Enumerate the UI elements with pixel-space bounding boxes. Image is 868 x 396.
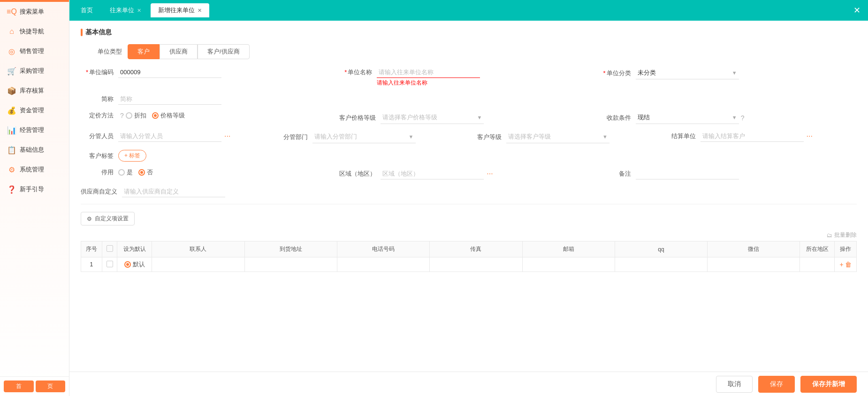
customer-price-level-select[interactable]: 请选择客户价格等级 ▼	[381, 111, 484, 124]
supplier-custom-input[interactable]	[122, 186, 225, 197]
disabled-yes-circle	[118, 169, 125, 176]
address-input[interactable]	[248, 261, 334, 268]
row-checkbox-box[interactable]	[107, 261, 113, 267]
tab-partner-close[interactable]: ✕	[137, 8, 141, 14]
sidebar-item-sales[interactable]: ◎ 销售管理	[0, 41, 69, 61]
customer-tag-label: 客户标签	[81, 152, 118, 160]
sidebar-item-operations[interactable]: 📊 经营管理	[0, 120, 69, 140]
settlement-unit-more-btn[interactable]: ···	[804, 132, 815, 140]
manager-input[interactable]	[118, 131, 221, 142]
sidebar-item-quick-nav[interactable]: ⌂ 快捷导航	[0, 22, 69, 41]
row-qq[interactable]	[615, 257, 707, 272]
save-new-button[interactable]: 保存并新增	[800, 376, 857, 393]
manager-more-btn[interactable]: ···	[221, 132, 233, 140]
add-tag-button[interactable]: + 标签	[118, 150, 146, 162]
pricing-radio-discount[interactable]: 折扣	[126, 111, 146, 120]
settlement-unit-input[interactable]	[700, 131, 804, 142]
select-all-checkbox[interactable]	[107, 245, 113, 252]
sidebar-item-basic-info[interactable]: 📋 基础信息	[0, 140, 69, 160]
customer-level-label: 客户等级	[469, 133, 506, 141]
row-wechat[interactable]	[708, 257, 800, 272]
tab-new-partner-close[interactable]: ✕	[198, 8, 202, 14]
unit-category-field: 单位分类 未分类 ▼	[598, 67, 857, 79]
sidebar-btn-2[interactable]: 页	[36, 380, 66, 392]
col-qq: qq	[615, 241, 707, 257]
manager-field: 分管人员 ···	[81, 131, 275, 142]
row-fax[interactable]	[430, 257, 522, 272]
row-delete-button[interactable]: 🗑	[845, 261, 852, 268]
pricing-method-label: 定价方法	[81, 111, 118, 120]
pricing-help-icon[interactable]: ?	[120, 112, 124, 119]
add-tag-label: + 标签	[124, 152, 140, 160]
tab-home-label: 首页	[81, 6, 93, 15]
radio-discount-circle	[126, 112, 132, 119]
tab-home[interactable]: 首页	[73, 3, 100, 17]
form-row-3: 定价方法 ? 折扣 价格等级 客户价格等级 请选择客户价格等级	[81, 111, 857, 124]
type-btn-supplier[interactable]: 供应商	[160, 44, 198, 59]
department-arrow-icon: ▼	[409, 134, 414, 140]
settlement-unit-label: 结算单位	[663, 132, 700, 140]
tab-new-partner[interactable]: 新增往来单位 ✕	[151, 3, 209, 17]
form-row-4: 分管人员 ··· 分管部门 请输入分管部门 ▼ 客户等级 请选择客户等级 ▼ 结…	[81, 131, 857, 143]
disabled-no-label: 否	[147, 168, 153, 177]
fax-input[interactable]	[433, 261, 519, 268]
customer-level-arrow-icon: ▼	[602, 134, 608, 140]
qq-input[interactable]	[618, 261, 704, 268]
sidebar-item-label: 库存核算	[20, 86, 44, 95]
sidebar-btn-1[interactable]: 首	[4, 380, 34, 392]
disabled-label: 停用	[81, 168, 118, 177]
email-input[interactable]	[525, 261, 612, 268]
row-default-radio[interactable]: 默认	[120, 260, 149, 269]
sidebar-item-inventory[interactable]: 📦 库存核算	[0, 81, 69, 101]
col-address: 到货地址	[244, 241, 337, 257]
row-address[interactable]	[244, 257, 337, 272]
type-btn-both[interactable]: 客户/供应商	[198, 44, 250, 59]
unit-category-label: 单位分类	[598, 69, 636, 78]
disabled-yes[interactable]: 是	[118, 168, 133, 177]
disabled-no[interactable]: 否	[138, 168, 153, 177]
remark-field: 备注	[598, 168, 857, 179]
custom-settings-button[interactable]: ⚙ 自定义项设置	[81, 212, 135, 225]
phone-input[interactable]	[340, 261, 426, 268]
short-name-input[interactable]	[118, 93, 221, 105]
region-more-btn[interactable]: ···	[484, 170, 495, 178]
sidebar-item-label: 搜索菜单	[20, 8, 44, 16]
payment-terms-help-icon[interactable]: ?	[741, 114, 745, 122]
sidebar-item-finance[interactable]: 💰 资金管理	[0, 101, 69, 120]
unit-code-input[interactable]	[118, 67, 221, 78]
remark-input[interactable]	[636, 168, 739, 179]
table-row: 1 默认	[81, 257, 857, 272]
batch-delete-btn[interactable]: 🗂 批量删除	[827, 231, 857, 239]
sidebar-item-purchase[interactable]: 🛒 采购管理	[0, 61, 69, 81]
customer-level-select[interactable]: 请选择客户等级 ▼	[506, 131, 609, 143]
col-fax: 传真	[430, 241, 522, 257]
form-row-1: 单位编码 单位名称 请输入往来单位名称 单位分类 未分类 ▼	[81, 67, 857, 87]
sidebar-item-label: 销售管理	[20, 47, 44, 55]
row-add-button[interactable]: +	[839, 261, 843, 268]
tab-partner[interactable]: 往来单位 ✕	[102, 3, 149, 17]
wechat-input[interactable]	[710, 261, 797, 268]
pricing-radio-level[interactable]: 价格等级	[152, 111, 185, 120]
customer-price-level-arrow-icon: ▼	[477, 115, 482, 120]
region-input[interactable]	[381, 168, 484, 179]
type-btn-customer[interactable]: 客户	[128, 44, 160, 59]
unit-category-select[interactable]: 未分类 ▼	[636, 67, 739, 79]
sidebar-item-search-menu[interactable]: ≡Q 搜索菜单	[0, 2, 69, 22]
unit-name-input[interactable]	[377, 67, 480, 78]
row-no: 1	[81, 257, 102, 272]
row-contact[interactable]	[152, 257, 244, 272]
row-email[interactable]	[522, 257, 615, 272]
manager-label: 分管人员	[81, 132, 118, 140]
department-select[interactable]: 请输入分管部门 ▼	[312, 131, 416, 143]
unit-name-group: 单位名称 请输入往来单位名称	[339, 67, 598, 87]
customer-price-level-placeholder: 请选择客户价格等级	[382, 113, 437, 122]
cancel-button[interactable]: 取消	[716, 376, 753, 393]
row-phone[interactable]	[337, 257, 429, 272]
disabled-yes-label: 是	[127, 168, 133, 177]
contact-input[interactable]	[155, 261, 241, 268]
payment-terms-select[interactable]: 现结 ▼	[636, 111, 739, 124]
save-button[interactable]: 保存	[758, 376, 795, 393]
sidebar-item-system[interactable]: ⚙ 系统管理	[0, 160, 69, 179]
sidebar-item-guide[interactable]: ❓ 新手引导	[0, 179, 69, 199]
close-all-button[interactable]: ✕	[850, 3, 864, 17]
